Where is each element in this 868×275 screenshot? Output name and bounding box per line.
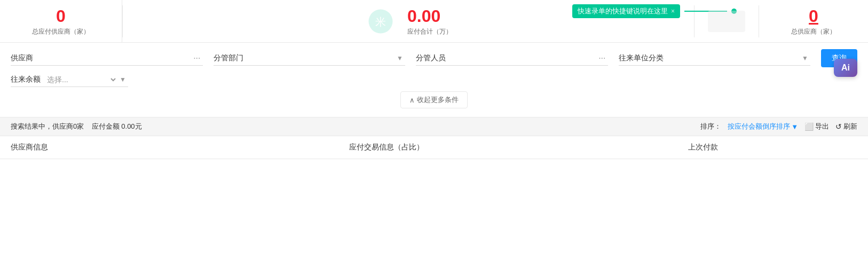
stat-total-payable-label: 总应付供应商（家）: [32, 27, 90, 36]
department-input[interactable]: [248, 54, 395, 62]
stat-total-suppliers-label: 总供应商（家）: [791, 27, 836, 36]
refresh-button[interactable]: ↺ 刷新: [835, 122, 857, 131]
balance-field: 往来余额 选择... ▼: [11, 73, 128, 87]
stat-total-payable: 0 总应付供应商（家）: [0, 0, 122, 42]
manager-label: 分管人员: [416, 53, 446, 63]
sort-arrow-icon: ▼: [791, 123, 798, 131]
sort-value: 按应付会额倒序排序: [728, 122, 790, 131]
department-field: 分管部门 ▼: [214, 51, 406, 66]
result-info: 搜索结果中，供应商0家 应付金额 0.00元: [11, 122, 142, 131]
stat-payable-total-label: 应付合计（万）: [407, 27, 452, 36]
stat-total-payable-number: 0: [56, 6, 66, 26]
table-header: 供应商信息 应付交易信息（占比） 上次付款: [0, 136, 868, 159]
export-icon: ⬜: [804, 122, 814, 131]
tooltip-close-btn[interactable]: ×: [671, 7, 675, 15]
stat-payable-total-number: 0.00: [407, 6, 440, 26]
stats-bar: 0 总应付供应商（家） 米 0.00 应付合计（万） 快速录单的快捷键说明在这里…: [0, 0, 868, 43]
supplier-label: 供应商: [11, 53, 37, 63]
supplier-field: 供应商 ···: [11, 51, 203, 66]
department-arrow[interactable]: ▼: [394, 54, 405, 62]
tooltip-text: 快速录单的快捷键说明在这里: [578, 6, 668, 16]
search-bar: 供应商 ··· 分管部门 ▼ 分管人员 ··· 往来单位分类 ▼ 查询 往来余额: [0, 43, 868, 117]
table-col-transaction: 应付交易信息（占比）: [349, 143, 688, 152]
manager-input[interactable]: [450, 54, 596, 62]
search-row-1: 供应商 ··· 分管部门 ▼ 分管人员 ··· 往来单位分类 ▼ 查询: [11, 49, 857, 67]
stat-icon-placeholder: [708, 11, 745, 32]
unit-category-label: 往来单位分类: [619, 53, 664, 63]
export-button[interactable]: ⬜ 导出: [804, 122, 829, 131]
result-text: 搜索结果中，供应商0家: [11, 122, 84, 130]
collapse-arrow-icon: ∧: [409, 96, 415, 104]
result-amount: 应付金额 0.00元: [92, 122, 142, 130]
collapse-section: ∧ 收起更多条件: [11, 87, 857, 111]
ai-button[interactable]: Ai: [834, 59, 857, 77]
table-col-last-payment: 上次付款: [688, 143, 857, 152]
collapse-label: 收起更多条件: [417, 95, 459, 105]
balance-label: 往来余额: [11, 75, 41, 84]
coin-icon: 米: [365, 5, 397, 37]
refresh-label: 刷新: [843, 122, 857, 131]
stat-total-suppliers: 0 总供应商（家）: [759, 0, 868, 42]
sort-label: 排序：: [700, 122, 721, 131]
svg-text:米: 米: [375, 15, 386, 27]
search-row-2: 往来余额 选择... ▼: [11, 73, 857, 87]
unit-category-input[interactable]: [668, 54, 800, 62]
stat-payable-total: 0.00 应付合计（万）: [407, 6, 452, 36]
manager-dots[interactable]: ···: [596, 53, 607, 63]
export-label: 导出: [815, 122, 829, 131]
stat-middle-section: 米 0.00 应付合计（万） 快速录单的快捷键说明在这里 ×: [123, 0, 694, 42]
unit-category-field: 往来单位分类 ▼: [619, 51, 811, 66]
department-label: 分管部门: [214, 53, 243, 63]
stat-total-suppliers-number: 0: [809, 6, 818, 26]
sort-select[interactable]: 按应付会额倒序排序 ▼: [728, 122, 798, 131]
result-bar: 搜索结果中，供应商0家 应付金额 0.00元 排序： 按应付会额倒序排序 ▼ ⬜…: [0, 117, 868, 136]
table-col-supplier: 供应商信息: [11, 143, 349, 152]
supplier-input[interactable]: [42, 54, 191, 62]
manager-field: 分管人员 ···: [416, 51, 608, 66]
collapse-button[interactable]: ∧ 收起更多条件: [400, 91, 468, 108]
supplier-dots[interactable]: ···: [191, 53, 202, 63]
refresh-icon: ↺: [835, 122, 842, 131]
table-body: [0, 159, 868, 275]
unit-category-arrow[interactable]: ▼: [800, 54, 810, 62]
balance-arrow[interactable]: ▼: [117, 76, 128, 83]
result-actions: 排序： 按应付会额倒序排序 ▼ ⬜ 导出 ↺ 刷新: [700, 122, 857, 131]
tooltip-box: 快速录单的快捷键说明在这里 ×: [572, 4, 680, 18]
balance-select[interactable]: 选择...: [45, 75, 117, 84]
